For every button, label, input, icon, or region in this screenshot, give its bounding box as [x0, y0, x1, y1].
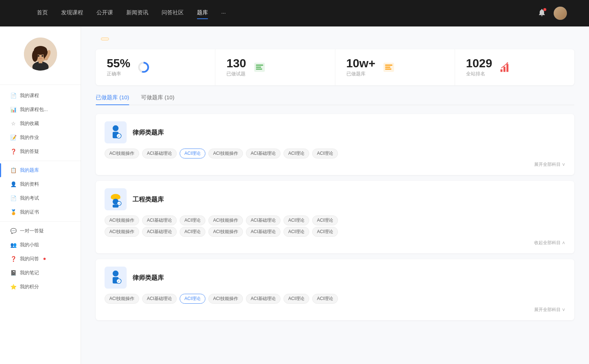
sidebar-menu-label-0: 我的课程: [20, 92, 39, 99]
stat-text-3: 1029 全站排名: [466, 57, 492, 77]
tab-item-1[interactable]: 可做题库 (10): [141, 94, 174, 105]
sidebar-item-我的资料[interactable]: 👤 我的资料: [0, 177, 81, 191]
nav-links: 首页发现课程公开课新闻资讯问答社区题库···: [37, 9, 530, 18]
notification-red-dot: [43, 258, 46, 260]
stat-value-2: 10w+: [346, 57, 375, 69]
stat-item-3: 1029 全站排名: [455, 49, 574, 85]
sidebar-menu-label-8: 我的证书: [20, 209, 39, 215]
svg-text:✓: ✓: [117, 280, 120, 283]
tag-2-5[interactable]: ACI理论: [283, 294, 309, 304]
collapse-link-1[interactable]: 收起全部科目 ∧: [105, 240, 565, 246]
tag-1-0[interactable]: ACI技能操作: [105, 215, 139, 225]
tag2-1-6[interactable]: ACI理论: [312, 227, 338, 237]
stat-label-1: 已做试题: [226, 71, 246, 77]
donut-chart-icon: [137, 61, 150, 74]
sidebar-item-我的课程[interactable]: 📄 我的课程: [0, 89, 81, 103]
sidebar-menu-icon-13: ⭐: [10, 284, 16, 290]
sidebar-item-我的收藏[interactable]: ☆ 我的收藏: [0, 117, 81, 131]
tag-0-3[interactable]: ACI技能操作: [208, 149, 243, 158]
sidebar-menu-label-13: 我的积分: [20, 283, 39, 290]
nav-link-发现课程[interactable]: 发现课程: [61, 9, 83, 18]
expand-link-0[interactable]: 展开全部科目 ∨: [105, 161, 565, 168]
sidebar-item-我的作业[interactable]: 📝 我的作业: [0, 131, 81, 144]
main-layout: 📄 我的课程 📊 我的课程包... ☆ 我的收藏 📝 我的作业 ❓ 我的答疑 📋…: [0, 26, 589, 364]
sidebar-item-我的课程包...[interactable]: 📊 我的课程包...: [0, 103, 81, 117]
nav-bell-button[interactable]: [537, 8, 546, 18]
tag2-1-2[interactable]: ACI理论: [180, 227, 205, 237]
svg-rect-29: [111, 197, 120, 199]
lawyer-icon: ✓: [107, 269, 124, 286]
tag2-1-3[interactable]: ACI技能操作: [208, 227, 243, 237]
bank-icon-1: ✓: [105, 188, 127, 210]
sidebar-menu-icon-9: 💬: [10, 228, 16, 234]
bank-card-2: ✓ 律师类题库 ACI技能操作ACI基础理论ACI理论ACI技能操作ACI基础理…: [96, 259, 574, 320]
stat-item-2: 10w+ 已做题库: [335, 49, 455, 85]
tag2-1-4[interactable]: ACI基础理论: [246, 227, 281, 237]
sidebar-item-一对一答疑[interactable]: 💬 一对一答疑: [0, 224, 81, 238]
sidebar-item-我的笔记[interactable]: 📓 我的笔记: [0, 266, 81, 280]
expand-link-2[interactable]: 展开全部科目 ∨: [105, 307, 565, 313]
tag-1-1[interactable]: ACI基础理论: [142, 215, 177, 225]
nav-link-···[interactable]: ···: [221, 10, 226, 17]
tag-2-0[interactable]: ACI技能操作: [105, 294, 139, 304]
sidebar-menu-icon-12: 📓: [10, 270, 16, 276]
nav-right: [530, 7, 574, 20]
tags-row-0: ACI技能操作ACI基础理论ACI理论ACI技能操作ACI基础理论ACI理论AC…: [105, 149, 565, 158]
lawyer-icon: ✓: [107, 124, 124, 141]
nav-link-新闻资讯[interactable]: 新闻资讯: [126, 9, 148, 18]
bank-title-1: 工程类题库: [133, 195, 164, 204]
stat-value-0: 55%: [107, 57, 130, 69]
nav-link-公开课[interactable]: 公开课: [96, 9, 113, 18]
tag-2-6[interactable]: ACI理论: [312, 294, 338, 304]
tag-0-0[interactable]: ACI技能操作: [105, 149, 139, 158]
nav-link-题库[interactable]: 题库: [197, 9, 208, 18]
tab-row: 已做题库 (10)可做题库 (10): [96, 94, 574, 105]
stat-icon-wrap-2: [381, 60, 396, 75]
svg-rect-20: [504, 67, 505, 72]
tag-0-2[interactable]: ACI理论: [180, 149, 205, 158]
trial-badge: [101, 38, 109, 40]
sidebar-menu-icon-2: ☆: [10, 121, 16, 126]
svg-rect-18: [385, 69, 391, 70]
sidebar-item-我的积分[interactable]: ⭐ 我的积分: [0, 280, 81, 294]
tag-1-5[interactable]: ACI理论: [283, 215, 309, 225]
sidebar-item-我的题库[interactable]: 📋 我的题库: [0, 163, 81, 177]
tag-2-4[interactable]: ACI基础理论: [246, 294, 281, 304]
tag-0-1[interactable]: ACI基础理论: [142, 149, 177, 158]
green-list-icon: [253, 61, 266, 74]
sidebar-item-我的证书[interactable]: 🏅 我的证书: [0, 205, 81, 219]
sidebar-divider-9: [0, 221, 81, 222]
tag-2-3[interactable]: ACI技能操作: [208, 294, 243, 304]
navbar: 首页发现课程公开课新闻资讯问答社区题库···: [0, 0, 589, 26]
tag-2-1[interactable]: ACI基础理论: [142, 294, 177, 304]
sidebar: 📄 我的课程 📊 我的课程包... ☆ 我的收藏 📝 我的作业 ❓ 我的答疑 📋…: [0, 26, 81, 364]
stat-label-0: 正确率: [107, 71, 130, 77]
tag-1-4[interactable]: ACI基础理论: [246, 215, 281, 225]
tag-0-5[interactable]: ACI理论: [283, 149, 309, 158]
tag2-1-5[interactable]: ACI理论: [283, 227, 309, 237]
sidebar-item-我的问答[interactable]: ❓ 我的问答: [0, 252, 81, 266]
tag-2-2[interactable]: ACI理论: [180, 294, 205, 304]
tab-item-0[interactable]: 已做题库 (10): [96, 94, 129, 105]
stat-text-1: 130 已做试题: [226, 57, 246, 77]
tag-1-2[interactable]: ACI理论: [180, 215, 205, 225]
sidebar-item-我的考试[interactable]: 📄 我的考试: [0, 191, 81, 205]
nav-avatar[interactable]: [554, 7, 567, 20]
nav-link-问答社区[interactable]: 问答社区: [162, 9, 184, 18]
tag2-1-0[interactable]: ACI技能操作: [105, 227, 139, 237]
sidebar-item-我的答疑[interactable]: ❓ 我的答疑: [0, 144, 81, 158]
tag-1-3[interactable]: ACI技能操作: [208, 215, 243, 225]
sidebar-menu-icon-11: ❓: [10, 256, 16, 262]
tag-0-6[interactable]: ACI理论: [312, 149, 338, 158]
sidebar-item-我的小组[interactable]: 👥 我的小组: [0, 238, 81, 252]
tag-0-4[interactable]: ACI基础理论: [246, 149, 281, 158]
tag-1-6[interactable]: ACI理论: [312, 215, 338, 225]
nav-link-首页[interactable]: 首页: [37, 9, 48, 18]
sidebar-menu-icon-6: 👤: [10, 181, 16, 187]
tag2-1-1[interactable]: ACI基础理论: [142, 227, 177, 237]
sidebar-menu-icon-4: ❓: [10, 149, 16, 154]
sidebar-menu-label-10: 我的小组: [20, 242, 39, 248]
sidebar-divider-5: [0, 161, 81, 161]
sidebar-menu-label-4: 我的答疑: [20, 148, 39, 155]
svg-rect-14: [256, 69, 262, 70]
